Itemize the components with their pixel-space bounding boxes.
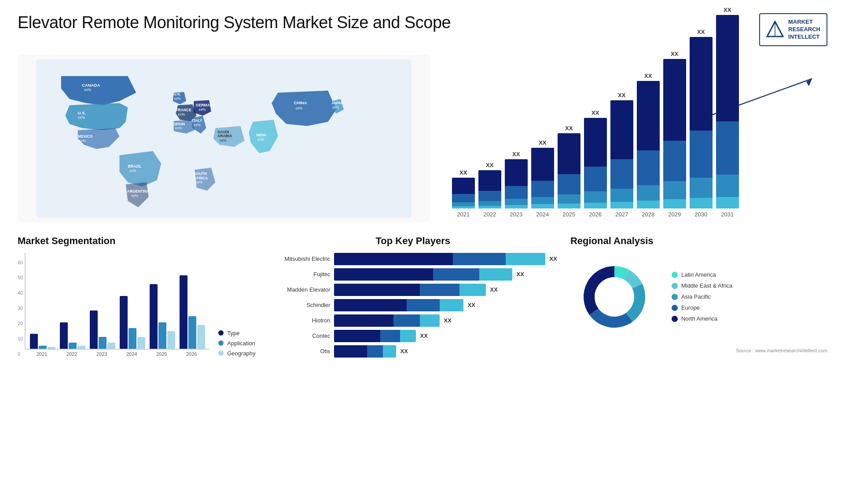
svg-text:CANADA: CANADA [82, 82, 100, 87]
bar-year-label: 2026 [584, 211, 607, 218]
stacked-bar [716, 15, 739, 208]
stacked-bar [610, 100, 633, 208]
seg-bar [129, 328, 136, 349]
bar-group: XX [584, 110, 607, 208]
page-title: Elevator Remote Monitoring System Market… [18, 13, 451, 32]
svg-text:INDIA: INDIA [256, 133, 266, 137]
player-bar-segment [383, 345, 396, 358]
seg-year-label: 2023 [89, 351, 114, 357]
legend-label: Application [227, 340, 255, 347]
player-value: XX [490, 286, 498, 293]
seg-year-group [90, 310, 115, 349]
bar-chart-section: XXXXXXXXXXXXXXXXXXXXXX 20212022202320242… [443, 55, 827, 222]
legend-label: Geography [227, 350, 255, 357]
donut-legend-item: Middle East & Africa [672, 282, 732, 289]
svg-text:xx%: xx% [129, 168, 136, 172]
bar-segment [716, 175, 739, 197]
stacked-bar [663, 59, 686, 208]
seg-year-label: 2021 [29, 351, 55, 357]
bar-chart-area: XXXXXXXXXXXXXXXXXXXXXX [452, 77, 819, 208]
svg-text:SOUTH: SOUTH [194, 172, 207, 176]
donut-legend-item: Asia Pacific [672, 293, 732, 300]
seg-bar [60, 322, 68, 349]
logo-text: MARKET RESEARCH INTELLECT [788, 18, 820, 41]
seg-bar [197, 325, 205, 348]
bar-segment [610, 100, 633, 160]
player-bar-segment [479, 268, 512, 281]
seg-bar [99, 337, 107, 349]
regional-title: Regional Analysis [570, 235, 827, 247]
bar-value-label: XX [697, 29, 705, 35]
player-bar-wrap: XX [334, 345, 557, 358]
bar-segment [637, 81, 660, 150]
seg-year-group [180, 275, 205, 349]
bar-segment [505, 159, 528, 186]
bar-segment [610, 189, 633, 202]
svg-text:ARABIA: ARABIA [217, 134, 232, 138]
bar-year-label: 2030 [690, 211, 713, 218]
player-bar-wrap: XX [334, 268, 557, 281]
player-row: HiotronXX [269, 314, 557, 327]
seg-bar [120, 296, 128, 349]
donut-inner [595, 278, 633, 316]
seg-bar [167, 331, 175, 349]
seg-bar-chart [25, 253, 209, 350]
seg-legend-item: Type [218, 330, 255, 336]
svg-text:xx%: xx% [178, 112, 185, 117]
player-row: SchindlerXX [269, 299, 557, 311]
donut-legend-dot [672, 294, 678, 300]
bar-segment [452, 202, 475, 206]
player-bar-segment [334, 314, 393, 327]
player-bar-container [334, 330, 416, 342]
bar-group: XX [716, 7, 739, 208]
players-chart: Mitsubishi ElectricXXFujitecXXMadden Ele… [269, 253, 557, 358]
stacked-bar [505, 159, 528, 208]
players-section: Top Key Players Mitsubishi ElectricXXFuj… [269, 235, 557, 361]
seg-year-label: 2022 [59, 351, 84, 357]
player-bar-wrap: XX [334, 330, 557, 342]
svg-text:xx%: xx% [79, 138, 87, 142]
seg-year-group [30, 334, 55, 348]
donut-legend-item: North America [672, 315, 732, 322]
stacked-bar [637, 81, 660, 208]
player-bar-segment [459, 284, 486, 296]
bar-segment [690, 131, 713, 178]
svg-text:U.S.: U.S. [78, 110, 86, 115]
player-row: ContecXX [269, 330, 557, 342]
bar-year-label: 2024 [531, 211, 554, 218]
player-bar-segment [334, 330, 380, 342]
player-name: Otis [269, 348, 331, 354]
bar-value-label: XX [565, 125, 573, 131]
seg-y-axis: 6050403020100 [18, 260, 25, 357]
svg-text:xx%: xx% [295, 106, 303, 110]
svg-text:xx%: xx% [257, 137, 265, 141]
bar-segment [610, 202, 633, 208]
player-bar-segment [506, 253, 545, 265]
map-section: CANADA xx% U.S. xx% MEXICO xx% BRAZIL xx… [18, 55, 430, 222]
player-value: XX [420, 332, 428, 339]
bar-segment [505, 199, 528, 205]
seg-bar [30, 334, 38, 348]
seg-year-label: 2025 [149, 351, 174, 357]
player-name: Hiotron [269, 317, 331, 324]
svg-text:xx%: xx% [198, 107, 206, 111]
logo-box: MARKET RESEARCH INTELLECT [759, 13, 827, 46]
svg-text:xx%: xx% [194, 122, 201, 127]
player-bar-container [334, 314, 440, 327]
player-row: FujitecXX [269, 268, 557, 281]
player-bar-wrap: XX [334, 314, 557, 327]
bar-segment [663, 59, 686, 141]
bar-value-label: XX [512, 151, 520, 157]
bar-segment [690, 178, 713, 198]
bottom-row: Market Segmentation 6050403020100 202120… [18, 235, 827, 361]
stacked-bar [478, 170, 501, 208]
svg-text:xx%: xx% [332, 105, 340, 109]
bar-segment [637, 185, 660, 201]
player-bar-segment [420, 284, 459, 296]
bar-value-label: XX [618, 92, 625, 99]
bar-segment [558, 194, 580, 203]
player-bar-segment [433, 268, 479, 281]
bar-group: XX [452, 169, 475, 208]
player-value: XX [444, 317, 452, 324]
svg-text:SPAIN: SPAIN [174, 121, 185, 126]
